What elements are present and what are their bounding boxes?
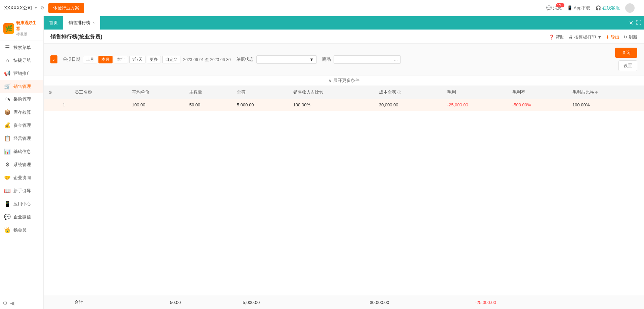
wechat-icon: 💬 (4, 214, 11, 220)
tab-sales-rank[interactable]: 销售排行榜 × (63, 16, 100, 30)
sidebar-item-marketing[interactable]: 📢 营销推广 (0, 67, 43, 80)
message-button[interactable]: 💬 消息 99+ (546, 5, 562, 11)
date-filter: 单据日期 上月 本月 本年 近7天 更多 自定义 2023-06-01 至 20… (63, 56, 231, 63)
goods-input[interactable] (337, 57, 394, 62)
more-dots[interactable]: ... (394, 57, 398, 62)
sidebar-item-beginner[interactable]: 📖 新手引导 (0, 184, 43, 197)
logo-text: 畅康通好生意 标准版 (16, 20, 40, 37)
sidebar-item-search[interactable]: ☰ 搜索菜单 (0, 41, 43, 54)
table-body: 1 100.00 50.00 5,000.00 100.00% 30,000.0… (44, 99, 644, 111)
date-more-btn[interactable]: 更多 (147, 56, 161, 63)
table-col-cost: 成本全额 ⓘ (375, 86, 443, 99)
status-select-arrow: ▼ (309, 57, 314, 62)
sidebar-item-sales[interactable]: 🛒 销售管理 (0, 80, 43, 93)
goods-input-wrapper: ... (334, 55, 401, 64)
tab-maximize-icon[interactable]: ⛶ (636, 20, 641, 26)
date-filter-label: 单据日期 (63, 56, 80, 62)
query-button[interactable]: 查询 (615, 48, 637, 58)
total-settings-col (44, 296, 57, 309)
row-gross: -25,000.00 (443, 99, 508, 111)
help-button[interactable]: ❓ 帮助 (549, 34, 564, 40)
sidebar-item-enterprise-collab[interactable]: 🤝 企业协同 (0, 171, 43, 184)
chevron-down-expand-icon: ∨ (329, 78, 332, 83)
sidebar-item-basic-info[interactable]: 📊 基础信息 (0, 145, 43, 158)
sidebar-item-enterprise-wechat[interactable]: 💬 企业微信 (0, 210, 43, 223)
set-button[interactable]: 设置 (618, 60, 637, 71)
filter-area: › 单据日期 上月 本月 本年 近7天 更多 自定义 (44, 44, 644, 75)
message-icon: 💬 (546, 5, 552, 10)
date-range-buttons: 上月 本月 本年 近7天 更多 自定义 (83, 56, 181, 63)
total-rank-col (57, 296, 71, 309)
expand-more-button[interactable]: ∨ 展开更多条件 (329, 78, 359, 84)
tab-home[interactable]: 首页 (44, 16, 63, 30)
goods-filter: 商品 ... (322, 55, 401, 64)
data-table: ⚙ 员工名称 平均单价 主数量 全额 销售收入占比% 成本全额 ⓘ 毛利 毛利率 (44, 86, 644, 111)
export-button[interactable]: ⬇ 导出 (606, 34, 619, 40)
sidebar-item-operations[interactable]: 📋 经营管理 (0, 132, 43, 145)
tab-close-window-icon[interactable]: ✕ (629, 20, 633, 26)
status-select[interactable]: ▼ (256, 55, 317, 64)
sidebar-item-finance[interactable]: 💰 资金管理 (0, 119, 43, 132)
total-gross-rate (582, 296, 613, 309)
sidebar-item-quick-nav[interactable]: ⌂ 快捷导航 (0, 54, 43, 67)
date-year-btn[interactable]: 本年 (114, 56, 128, 63)
print-dropdown-icon: ▼ (597, 35, 602, 40)
table-col-gross-rate: 毛利率 (508, 86, 568, 99)
row-amount: 5,000.00 (233, 99, 289, 111)
date-range-text: 2023-06-01 至 2023-06-30 (183, 57, 230, 63)
refresh-button[interactable]: ↻ 刷新 (624, 34, 637, 40)
marketing-icon: 📢 (4, 70, 11, 76)
table-col-settings[interactable]: ⚙ (44, 86, 57, 99)
status-filter: 单据状态 ▼ (236, 55, 317, 64)
sidebar-item-app-center[interactable]: 📱 应用中心 (0, 197, 43, 210)
tab-bar: 首页 销售排行榜 × ✕ ⛶ (44, 16, 644, 30)
company-selector[interactable]: XXXXXX公司 ▼ (4, 5, 38, 11)
message-badge: 99+ (556, 3, 564, 7)
table-header-row: ⚙ 员工名称 平均单价 主数量 全额 销售收入占比% 成本全额 ⓘ 毛利 毛利率 (44, 86, 644, 99)
table-col-amount: 全额 (233, 86, 289, 99)
tab-close-icon[interactable]: × (92, 20, 95, 25)
help-icon: ❓ (549, 35, 554, 40)
settings-bottom-icon[interactable]: ⚙ (3, 300, 7, 306)
date-7days-btn[interactable]: 近7天 (129, 56, 146, 63)
date-custom-btn[interactable]: 自定义 (162, 56, 180, 63)
date-current-month-btn[interactable]: 本月 (98, 56, 113, 63)
table-area: ⚙ 员工名称 平均单价 主数量 全额 销售收入占比% 成本全额 ⓘ 毛利 毛利率 (44, 86, 644, 296)
home-icon: ⌂ (4, 57, 11, 63)
content-area: 首页 销售排行榜 × ✕ ⛶ 销售排行榜(按业务员) (44, 16, 644, 309)
table-col-name: 员工名称 (71, 86, 128, 99)
system-icon: ⚙ (4, 161, 11, 168)
filter-collapse-button[interactable]: › (50, 55, 57, 63)
gross-pct-info-icon: ⊕ (595, 90, 598, 94)
enterprise-collab-icon: 🤝 (4, 174, 11, 181)
settings-gear-icon[interactable]: ⚙ (40, 5, 44, 10)
total-amount: 5,000.00 (239, 296, 335, 309)
date-prev-month-btn[interactable]: 上月 (83, 56, 97, 63)
online-service-button[interactable]: 🎧 在线客服 (596, 5, 620, 11)
trial-button[interactable]: 体验行业方案 (48, 3, 84, 13)
inventory-icon: 📦 (4, 109, 11, 115)
collapse-icon[interactable]: ◀ (10, 300, 14, 306)
sidebar-item-member[interactable]: 👑 畅会员 (0, 223, 43, 237)
member-icon: 👑 (4, 227, 11, 233)
search-menu-icon: ☰ (4, 44, 11, 51)
table-col-qty: 主数量 (185, 86, 233, 99)
row-gross-pct: 100.00% (568, 99, 644, 111)
sidebar-item-purchase[interactable]: 🛍 采购管理 (0, 93, 43, 106)
row-avg-price: 100.00 (128, 99, 185, 111)
row-qty: 50.00 (185, 99, 233, 111)
avatar[interactable] (625, 3, 635, 13)
total-row: 合计 50.00 5,000.00 30,000.00 -25,000.00 (44, 296, 644, 309)
cost-info-icon: ⓘ (397, 90, 401, 94)
template-print-button[interactable]: 🖨 按模板打印 ▼ (568, 34, 602, 40)
logo-icon: 🌿 (3, 23, 14, 34)
sidebar-item-inventory[interactable]: 📦 库存核算 (0, 106, 43, 119)
row-settings[interactable] (44, 99, 57, 111)
table-col-avg-price: 平均单价 (128, 86, 185, 99)
app-download-button[interactable]: 📱 App下载 (567, 5, 590, 11)
beginner-icon: 📖 (4, 188, 11, 194)
top-bar: XXXXXX公司 ▼ ⚙ 体验行业方案 💬 消息 99+ 📱 App下载 🎧 在… (0, 0, 644, 16)
sidebar-item-system[interactable]: ⚙ 系统管理 (0, 158, 43, 171)
home-tab-label: 首页 (49, 20, 58, 26)
sales-icon: 🛒 (4, 83, 11, 90)
